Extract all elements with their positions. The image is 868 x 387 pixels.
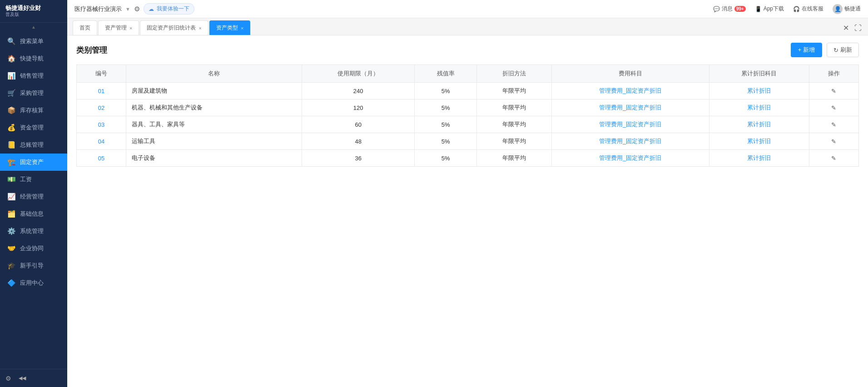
nav-icon-search: 🔍 <box>7 37 15 45</box>
cell-method: 年限平均 <box>477 150 552 167</box>
tab-asset-type[interactable]: 资产类型× <box>209 20 250 35</box>
tab-label-depreciation-table: 固定资产折旧统计表 <box>147 24 196 32</box>
refresh-button[interactable]: ↻ 刷新 <box>827 43 859 57</box>
tab-home[interactable]: 首页 <box>73 20 97 35</box>
edit-icon[interactable]: ✎ <box>831 88 836 94</box>
new-button[interactable]: + 新增 <box>791 43 822 57</box>
cell-expense: 管理费用_固定资产折旧 <box>551 150 709 167</box>
edit-icon[interactable]: ✎ <box>831 155 836 162</box>
scroll-up-indicator: ▲ <box>0 23 67 31</box>
cell-edit[interactable]: ✎ <box>809 99 858 116</box>
tab-close-asset-type[interactable]: × <box>241 25 243 31</box>
nav-label-quick-nav: 快捷导航 <box>20 55 44 63</box>
sidebar-item-operations[interactable]: 📈 经营管理 <box>0 188 67 205</box>
cell-months: 48 <box>302 133 415 150</box>
cell-name: 运输工具 <box>126 133 302 150</box>
sidebar-item-ledger[interactable]: 📒 总账管理 <box>0 136 67 154</box>
sidebar-item-inventory[interactable]: 📦 库存核算 <box>0 102 67 119</box>
company-dropdown-icon[interactable]: ▼ <box>125 6 130 12</box>
nav-icon-basic-info: 🗂️ <box>7 210 15 218</box>
cell-expense: 管理费用_固定资产折旧 <box>551 99 709 116</box>
cell-residual: 5% <box>415 83 477 99</box>
topbar: 医疗器械行业演示 ▼ ⚙ ☁ 我要体验一下 💬 消息 99+ 📱 App下载 🎧… <box>67 0 868 18</box>
cell-edit[interactable]: ✎ <box>809 150 858 167</box>
table-row: 05电子设备365%年限平均管理费用_固定资产折旧累计折旧✎ <box>77 150 859 167</box>
sidebar: 畅捷通好业财 普及版 ▲ 🔍 搜索菜单 🏠 快捷导航 📊 销售管理 🛒 采购管理… <box>0 0 67 387</box>
table-row: 03器具、工具、家具等605%年限平均管理费用_固定资产折旧累计折旧✎ <box>77 116 859 133</box>
sidebar-item-system[interactable]: ⚙️ 系统管理 <box>0 223 67 240</box>
cell-code: 03 <box>77 116 126 133</box>
table-row: 04运输工具485%年限平均管理费用_固定资产折旧累计折旧✎ <box>77 133 859 150</box>
sidebar-item-search[interactable]: 🔍 搜索菜单 <box>0 33 67 50</box>
sidebar-item-basic-info[interactable]: 🗂️ 基础信息 <box>0 205 67 223</box>
sidebar-item-enterprise[interactable]: 🤝 企业协同 <box>0 240 67 257</box>
sidebar-item-quick-nav[interactable]: 🏠 快捷导航 <box>0 50 67 67</box>
tab-close-asset-mgmt[interactable]: × <box>129 25 132 31</box>
cell-edit[interactable]: ✎ <box>809 83 858 99</box>
nav-icon-inventory: 📦 <box>7 106 15 114</box>
table-header-cell: 编号 <box>77 65 126 83</box>
refresh-icon: ↻ <box>833 47 838 54</box>
nav-icon-system: ⚙️ <box>7 227 15 235</box>
online-service-button[interactable]: 🎧 在线客服 <box>793 5 823 13</box>
cloud-icon: ☁ <box>149 6 154 12</box>
cell-name: 电子设备 <box>126 150 302 167</box>
topbar-right: 💬 消息 99+ 📱 App下载 🎧 在线客服 👤 畅捷通 <box>713 4 861 14</box>
table-header-cell: 名称 <box>126 65 302 83</box>
cell-accum: 累计折旧 <box>709 83 809 99</box>
notification-label: 消息 <box>722 5 733 13</box>
cell-accum: 累计折旧 <box>709 133 809 150</box>
nav-icon-salary: 💵 <box>7 175 15 184</box>
experience-label: 我要体验一下 <box>157 5 189 13</box>
edit-icon[interactable]: ✎ <box>831 138 836 145</box>
user-button[interactable]: 👤 畅捷通 <box>833 4 861 14</box>
download-label: App下载 <box>764 5 784 13</box>
cell-code: 05 <box>77 150 126 167</box>
cell-residual: 5% <box>415 133 477 150</box>
nav-icon-fixed-assets: 🏗️ <box>7 158 15 166</box>
cell-code: 04 <box>77 133 126 150</box>
edit-icon[interactable]: ✎ <box>831 121 836 128</box>
cell-months: 60 <box>302 116 415 133</box>
sidebar-item-purchase[interactable]: 🛒 采购管理 <box>0 84 67 102</box>
nav-icon-app-center: 🔷 <box>7 279 15 287</box>
cell-method: 年限平均 <box>477 116 552 133</box>
table-body: 01房屋及建筑物2405%年限平均管理费用_固定资产折旧累计折旧✎02机器、机械… <box>77 83 859 167</box>
cell-name: 机器、机械和其他生产设备 <box>126 99 302 116</box>
sidebar-item-salary[interactable]: 💵 工资 <box>0 171 67 188</box>
nav-icon-sales: 📊 <box>7 72 15 80</box>
edit-icon[interactable]: ✎ <box>831 104 836 111</box>
cell-edit[interactable]: ✎ <box>809 116 858 133</box>
company-name[interactable]: 医疗器械行业演示 <box>74 5 122 13</box>
tab-depreciation-table[interactable]: 固定资产折旧统计表× <box>140 20 208 35</box>
collapse-icon[interactable]: ◀◀ <box>19 375 26 381</box>
close-tab-button[interactable]: ✕ <box>842 23 850 33</box>
nav-icon-operations: 📈 <box>7 193 15 201</box>
cell-expense: 管理费用_固定资产折旧 <box>551 83 709 99</box>
cell-edit[interactable]: ✎ <box>809 133 858 150</box>
table-header-row: 编号名称使用期限（月）残值率折旧方法费用科目累计折旧科目操作 <box>77 65 859 83</box>
sidebar-item-app-center[interactable]: 🔷 应用中心 <box>0 274 67 292</box>
sidebar-bottom: ⚙ ◀◀ <box>0 369 67 387</box>
nav-label-search: 搜索菜单 <box>20 37 44 45</box>
sidebar-item-capital[interactable]: 💰 资金管理 <box>0 119 67 136</box>
tab-close-depreciation-table[interactable]: × <box>198 25 201 31</box>
app-download-button[interactable]: 📱 App下载 <box>755 5 784 13</box>
sidebar-item-guide[interactable]: 🎓 新手引导 <box>0 257 67 274</box>
cell-residual: 5% <box>415 116 477 133</box>
cell-residual: 5% <box>415 99 477 116</box>
cell-accum: 累计折旧 <box>709 116 809 133</box>
cell-method: 年限平均 <box>477 133 552 150</box>
sidebar-item-fixed-assets[interactable]: 🏗️ 固定资产 <box>0 154 67 171</box>
nav-label-app-center: 应用中心 <box>20 279 44 287</box>
app-name: 畅捷通好业财 <box>5 5 41 12</box>
experience-button[interactable]: ☁ 我要体验一下 <box>144 3 194 15</box>
notifications-button[interactable]: 💬 消息 99+ <box>713 5 746 13</box>
cell-name: 房屋及建筑物 <box>126 83 302 99</box>
tab-asset-mgmt[interactable]: 资产管理× <box>98 20 139 35</box>
expand-button[interactable]: ⛶ <box>853 23 863 33</box>
company-settings-icon[interactable]: ⚙ <box>134 5 140 13</box>
settings-icon[interactable]: ⚙ <box>5 375 11 382</box>
notification-icon: 💬 <box>713 6 720 12</box>
sidebar-item-sales[interactable]: 📊 销售管理 <box>0 67 67 84</box>
